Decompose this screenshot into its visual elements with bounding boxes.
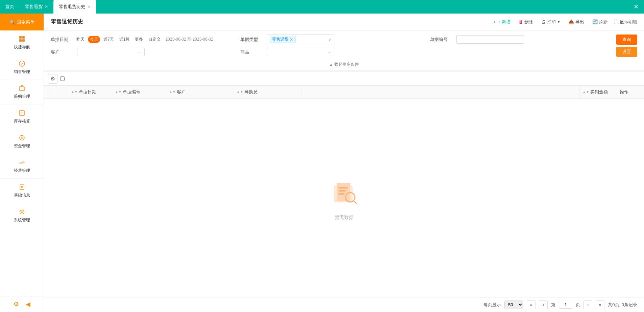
print-label: 打印 bbox=[547, 19, 556, 25]
tab-retail-return-history[interactable]: 零售退货历史 ✕ bbox=[53, 0, 96, 14]
th-amount-label: 实销金额 bbox=[590, 89, 608, 95]
quick-nav-icon bbox=[18, 35, 26, 43]
tab-retail-return-history-label: 零售退货历史 bbox=[59, 4, 85, 10]
sidebar-bottom: ⚙ ◀ bbox=[0, 296, 44, 312]
select-all-checkbox[interactable] bbox=[60, 76, 65, 81]
tab-retail-return-close[interactable]: ✕ bbox=[45, 4, 48, 9]
last-page-button[interactable]: » bbox=[596, 300, 604, 309]
th-action: 操作 bbox=[617, 86, 644, 98]
sidebar-item-purchase-label: 采购管理 bbox=[14, 94, 30, 99]
basic-info-icon bbox=[18, 183, 26, 191]
total-text: 共0页, 0条记录 bbox=[608, 302, 637, 308]
export-button[interactable]: 📤 导出 bbox=[567, 18, 586, 26]
svg-rect-5 bbox=[20, 87, 24, 91]
date-opt-1month[interactable]: 近1月 bbox=[117, 36, 132, 43]
date-opt-today[interactable]: 今天 bbox=[88, 36, 100, 43]
top-bar-tabs: 首页 零售退货 ✕ 零售退货历史 ✕ bbox=[0, 0, 634, 14]
filter-right-btns: 查询 设置 bbox=[616, 35, 637, 57]
th-date[interactable]: ▲▼ 单据日期 bbox=[68, 86, 112, 98]
show-detail-checkbox[interactable] bbox=[614, 20, 618, 24]
sidebar-item-basic-info[interactable]: 基础信息 bbox=[0, 179, 44, 203]
collapse-sidebar-icon[interactable]: ◀ bbox=[26, 300, 30, 308]
sidebar-item-sales[interactable]: 销售管理 bbox=[0, 55, 44, 80]
top-bar-right: ✕ bbox=[634, 3, 639, 10]
next-page-button[interactable]: › bbox=[583, 300, 592, 309]
first-page-button[interactable]: « bbox=[527, 300, 535, 309]
th-amount[interactable]: ▲▼ 实销金额 bbox=[580, 86, 617, 98]
number-input[interactable] bbox=[456, 35, 524, 44]
date-opt-yesterday[interactable]: 昨天 bbox=[74, 36, 87, 43]
date-opt-7days[interactable]: 近7天 bbox=[101, 36, 116, 43]
sales-icon bbox=[18, 60, 26, 67]
refresh-button[interactable]: 🔄 刷新 bbox=[590, 18, 610, 26]
th-date-sort-icon: ▲▼ bbox=[71, 90, 78, 94]
svg-rect-0 bbox=[19, 36, 22, 39]
filter-row-1: 单据日期 昨天 今天 近7天 近1月 更多 自定义 2023-06-02 至 2… bbox=[51, 35, 610, 44]
setting-button[interactable]: 设置 bbox=[616, 47, 637, 57]
th-checkbox bbox=[56, 86, 68, 98]
goods-input[interactable]: ··· bbox=[267, 48, 334, 56]
per-page-label: 每页显示 bbox=[483, 302, 501, 308]
type-select[interactable]: 零售退货 ✕ ∨ bbox=[267, 35, 334, 44]
th-guide[interactable]: ▲▼ 导购员 bbox=[234, 86, 302, 98]
query-button[interactable]: 查询 bbox=[616, 35, 637, 45]
prev-page-button[interactable]: ‹ bbox=[539, 300, 548, 309]
table-container: ⚙ ▲▼ 单据日期 ▲▼ 单据编号 ▲▼ 客户 bbox=[44, 72, 644, 312]
filter-row-2: 客户 ··· 商品 ··· bbox=[51, 48, 610, 56]
sidebar-item-inventory[interactable]: 库存核算 bbox=[0, 105, 44, 129]
per-page-select[interactable]: 50 20 100 bbox=[504, 300, 523, 309]
table-header: ▲▼ 单据日期 ▲▼ 单据编号 ▲▼ 客户 ▲▼ 导购员 ▲▼ bbox=[44, 86, 644, 99]
window-close-icon[interactable]: ✕ bbox=[634, 3, 639, 10]
sidebar-item-purchase[interactable]: 采购管理 bbox=[0, 80, 44, 105]
tab-home-label: 首页 bbox=[5, 4, 14, 10]
tab-retail-return[interactable]: 零售退货 ✕ bbox=[20, 0, 53, 14]
settings-bottom-icon[interactable]: ⚙ bbox=[14, 300, 19, 308]
table-column-settings-icon[interactable]: ⚙ bbox=[48, 74, 57, 84]
inventory-icon bbox=[18, 109, 26, 117]
date-opt-custom[interactable]: 自定义 bbox=[146, 36, 163, 43]
th-number[interactable]: ▲▼ 单据编号 bbox=[112, 86, 166, 98]
sidebar: 🔍 搜索菜单 快捷导航 销售管理 采购管理 库存核算 bbox=[0, 14, 44, 312]
customer-label: 客户 bbox=[51, 49, 74, 55]
empty-state: 暂无数据 bbox=[44, 99, 644, 297]
print-icon: 🖨 bbox=[541, 19, 546, 24]
goods-label: 商品 bbox=[240, 49, 264, 55]
svg-rect-3 bbox=[22, 39, 25, 42]
svg-rect-12 bbox=[338, 187, 348, 188]
date-opt-more[interactable]: 更多 bbox=[133, 36, 145, 43]
new-button[interactable]: ＋ + 新增 bbox=[490, 18, 512, 26]
sidebar-item-system[interactable]: 系统管理 bbox=[0, 203, 44, 228]
print-button[interactable]: 🖨 打印 ▼ bbox=[539, 18, 563, 26]
sidebar-item-finance[interactable]: 资金管理 bbox=[0, 129, 44, 154]
svg-rect-8 bbox=[20, 185, 24, 190]
top-bar: 首页 零售退货 ✕ 零售退货历史 ✕ ✕ bbox=[0, 0, 644, 14]
show-detail-checkbox-label[interactable]: 显示明细 bbox=[614, 19, 637, 25]
sidebar-item-finance-label: 资金管理 bbox=[14, 143, 30, 149]
filter-section-goods: 商品 ··· bbox=[240, 48, 420, 56]
sidebar-item-operations[interactable]: 经营管理 bbox=[0, 154, 44, 179]
delete-button[interactable]: 🗑 删除 bbox=[517, 18, 535, 26]
type-tag-close[interactable]: ✕ bbox=[290, 37, 293, 42]
tab-retail-return-history-close[interactable]: ✕ bbox=[87, 4, 91, 9]
sidebar-search[interactable]: 🔍 搜索菜单 bbox=[0, 14, 44, 30]
collapse-row: ▲ 收起更多条件 bbox=[51, 60, 637, 70]
th-action-label: 操作 bbox=[620, 89, 628, 95]
filter-section-date: 单据日期 昨天 今天 近7天 近1月 更多 自定义 2023-06-02 至 2… bbox=[51, 36, 230, 43]
svg-line-16 bbox=[354, 201, 356, 203]
svg-point-9 bbox=[21, 211, 23, 213]
number-label: 单据编号 bbox=[430, 37, 454, 43]
export-label: 导出 bbox=[575, 19, 584, 25]
th-guide-sort-icon: ▲▼ bbox=[237, 90, 243, 94]
toolbar: ＋ + 新增 🗑 删除 🖨 打印 ▼ 📤 导出 🔄 bbox=[490, 18, 637, 26]
th-empty bbox=[302, 86, 580, 98]
sidebar-item-quick-nav[interactable]: 快捷导航 bbox=[0, 30, 44, 55]
customer-input[interactable]: ··· bbox=[77, 48, 145, 56]
th-guide-label: 导购员 bbox=[244, 89, 258, 95]
collapse-up-icon: ▲ bbox=[329, 62, 333, 67]
tab-home[interactable]: 首页 bbox=[0, 0, 20, 14]
th-customer[interactable]: ▲▼ 客户 bbox=[166, 86, 234, 98]
sidebar-item-system-label: 系统管理 bbox=[14, 217, 30, 223]
th-amount-sort-icon: ▲▼ bbox=[582, 90, 589, 94]
page-input[interactable] bbox=[559, 301, 572, 309]
collapse-button[interactable]: ▲ 收起更多条件 bbox=[329, 62, 359, 67]
